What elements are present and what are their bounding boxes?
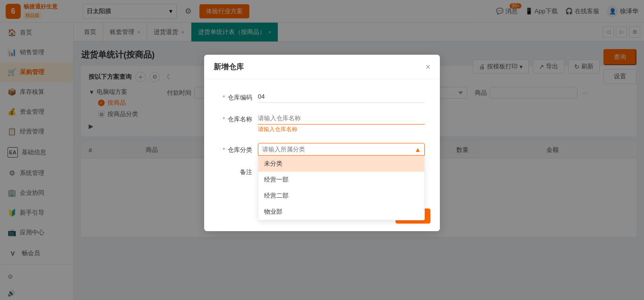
modal-close-btn[interactable]: × xyxy=(425,62,430,72)
category-input[interactable] xyxy=(258,143,425,156)
warehouse-name-row: * 仓库名称 请输入仓库名称 xyxy=(219,112,425,133)
code-label: * 仓库编码 xyxy=(219,91,252,102)
name-error-msg: 请输入仓库名称 xyxy=(258,125,425,133)
category-label: * 仓库分类 xyxy=(219,143,252,154)
name-label: * 仓库名称 xyxy=(219,112,252,124)
code-input-wrap xyxy=(258,91,425,103)
warehouse-name-input[interactable] xyxy=(258,112,425,125)
new-warehouse-modal: 新增仓库 × * 仓库编码 * 仓库名称 请输入仓库名称 xyxy=(204,55,440,231)
modal-header: 新增仓库 × xyxy=(204,55,440,79)
dropdown-item-ops1[interactable]: 经营一部 xyxy=(258,172,424,188)
remark-label: 备注 xyxy=(219,165,252,176)
modal-title: 新增仓库 xyxy=(214,62,244,72)
category-dropdown: 未分类 经营一部 经营二部 物业部 xyxy=(258,156,425,220)
name-input-wrap: 请输入仓库名称 xyxy=(258,112,425,133)
dropdown-item-property[interactable]: 物业部 xyxy=(258,204,424,220)
category-select-wrap: ▲ 未分类 经营一部 经营二部 物业部 xyxy=(258,143,425,156)
dropdown-item-ops2[interactable]: 经营二部 xyxy=(258,188,424,204)
warehouse-code-row: * 仓库编码 xyxy=(219,91,425,103)
warehouse-code-input[interactable] xyxy=(258,91,425,103)
dropdown-item-uncategorized[interactable]: 未分类 xyxy=(258,156,424,172)
modal-body: * 仓库编码 * 仓库名称 请输入仓库名称 * 仓库分类 xyxy=(204,79,440,203)
chevron-up-icon[interactable]: ▲ xyxy=(414,146,421,153)
warehouse-category-row: * 仓库分类 ▲ 未分类 经营一部 经营二部 物业部 xyxy=(219,143,425,156)
